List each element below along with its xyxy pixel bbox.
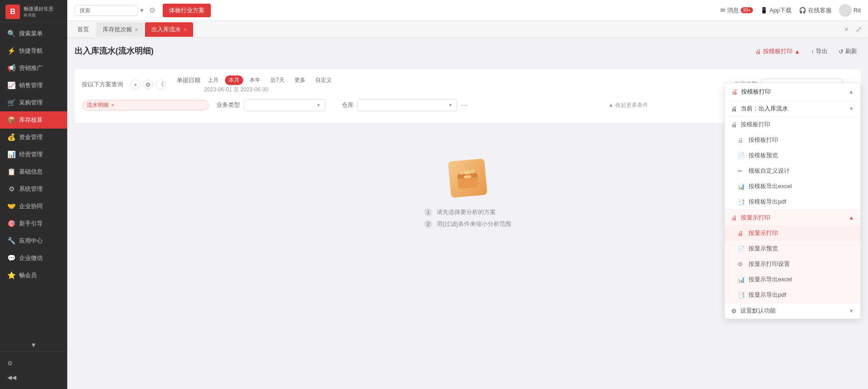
user-avatar-area[interactable]: Rit	[839, 4, 861, 17]
date-this-month[interactable]: 本月	[225, 75, 243, 85]
dropdown-current-section: 🖨 当前：出入库流水 ▼	[725, 101, 860, 117]
quicknav-label: 快捷导航	[19, 47, 43, 55]
dropdown-current-header: 🖨 当前：出入库流水 ▼	[725, 101, 860, 116]
tab-flow[interactable]: 出入库流水 ×	[145, 22, 193, 37]
marketing-icon: 📢	[7, 64, 15, 72]
sidebar-item-system[interactable]: ⚙系统管理	[0, 180, 67, 198]
warehouse-label: 仓库	[342, 101, 354, 109]
sidebar-item-basics[interactable]: 📋基础信息	[0, 163, 67, 180]
sidebar-item-operations[interactable]: 📊经营管理	[0, 146, 67, 163]
template-design-icon: ✏	[738, 168, 745, 175]
app-download-button[interactable]: 📱 App下载	[760, 6, 792, 15]
footer-label: 设置默认功能	[740, 307, 776, 315]
tab-flow-close[interactable]: ×	[184, 27, 186, 32]
wechat-icon: 💬	[7, 254, 15, 262]
sidebar-item-sales[interactable]: 📈销售管理	[0, 77, 67, 94]
sidebar-bottom: ⚙ ◀◀	[0, 351, 67, 389]
date-options: 上月 本月 本年 近7天 更多 自定义	[204, 75, 335, 85]
refresh-label: 刷新	[845, 47, 857, 55]
flow-tag-close[interactable]: ×	[111, 103, 114, 108]
purchase-icon: 🛒	[7, 99, 15, 107]
appcenter-icon: 🔧	[7, 237, 15, 245]
display-settings-item[interactable]: ⚙ 按显示打印设置	[725, 256, 860, 272]
tab-home-label: 首页	[77, 25, 89, 34]
template-excel-icon: 📊	[738, 183, 745, 190]
trial-button[interactable]: 体验行业方案	[163, 4, 211, 17]
window-expand-btn[interactable]: ⤢	[853, 24, 864, 35]
display-pdf-item[interactable]: 📑 按显示导出pdf	[725, 287, 860, 303]
export-label: 导出	[816, 47, 828, 55]
template-preview-icon: 📄	[738, 152, 745, 159]
biz-type-section: 业务类型	[216, 99, 325, 111]
message-badge: 99+	[741, 7, 753, 13]
date-range: 2023-06-01 至 2023-06-30	[204, 86, 335, 94]
sidebar-item-search[interactable]: 🔍搜索菜单	[0, 25, 67, 42]
sidebar-scroll-down[interactable]: ▼	[0, 339, 67, 351]
warehouse-more-btn[interactable]: ···	[461, 100, 468, 110]
refresh-btn[interactable]: ↺ 刷新	[835, 45, 861, 57]
date-more[interactable]: 更多	[291, 75, 309, 85]
export-btn[interactable]: ↑ 导出	[808, 45, 832, 57]
content: 首页 库存批次账 × 出入库流水 × × ⤢ 出入库流水(流水明细) 🖨	[67, 21, 868, 389]
sidebar-item-guide[interactable]: 🎯新手引导	[0, 215, 67, 232]
dropdown-collapse-btn[interactable]: ▲	[848, 89, 854, 95]
date-last-month[interactable]: 上月	[204, 75, 222, 85]
sidebar-item-quicknav[interactable]: ⚡快捷导航	[0, 42, 67, 60]
sidebar-item-wechat[interactable]: 💬企业微信	[0, 249, 67, 267]
collapse-more-btn[interactable]: ▲ 收起更多条件	[605, 100, 652, 111]
logo-icon: B	[5, 5, 20, 19]
step-2-label: 用[过滤]条件来缩小分析范围	[437, 220, 511, 228]
sidebar-item-marketing[interactable]: 📢营销推广	[0, 60, 67, 77]
topbar-gear-icon[interactable]: ▾	[140, 6, 144, 15]
display-excel-icon: 📊	[738, 276, 745, 283]
dropdown-footer[interactable]: ⚙ 设置默认功能 ▼	[725, 303, 860, 319]
sidebar-item-collab[interactable]: 🤝企业协同	[0, 198, 67, 215]
warehouse-select[interactable]	[357, 99, 457, 111]
sidebar-item-purchase[interactable]: 🛒采购管理	[0, 94, 67, 111]
display-print-item[interactable]: 🖨 按显示打印	[725, 225, 860, 241]
sidebar-item-appcenter[interactable]: 🔧应用中心	[0, 232, 67, 249]
date-last7days[interactable]: 近7天	[267, 75, 288, 85]
box-svg	[453, 163, 482, 193]
window-close-btn[interactable]: ×	[842, 25, 851, 35]
template-excel-item[interactable]: 📊 按模板导出excel	[725, 179, 860, 194]
dropdown-print-icon: 🖨	[731, 88, 738, 95]
sidebar-item-settings[interactable]: ⚙	[0, 356, 67, 370]
filter-collapse-btn[interactable]: 《	[156, 80, 166, 90]
footer-left: ⚙ 设置默认功能	[731, 307, 776, 315]
print-template-btn[interactable]: 🖨 按模板打印 ▲	[752, 45, 804, 57]
message-button[interactable]: ✉ 消息 99+	[720, 6, 753, 15]
scroll-down-icon[interactable]: ▼	[30, 341, 37, 349]
tab-flow-label: 出入库流水	[151, 25, 181, 34]
app-download-label: App下载	[769, 6, 792, 15]
sidebar-item-member[interactable]: ⭐畅会员	[0, 267, 67, 284]
template-print-item[interactable]: 🖨 按模板打印	[725, 132, 860, 148]
template-pdf-item[interactable]: 📑 按模板导出pdf	[725, 194, 860, 209]
collapse-icon: ◀◀	[7, 374, 16, 381]
marketing-label: 营销推广	[19, 64, 43, 72]
online-service-button[interactable]: 🎧 在线客服	[799, 6, 832, 15]
tab-home[interactable]: 首页	[71, 22, 95, 37]
display-excel-item[interactable]: 📊 按显示导出excel	[725, 272, 860, 287]
tab-batch[interactable]: 库存批次账 ×	[96, 22, 144, 37]
finance-label: 资金管理	[19, 133, 43, 141]
sidebar-item-inventory[interactable]: 📦库存核算	[0, 111, 67, 129]
filter-settings-btn[interactable]: ⚙	[143, 80, 153, 90]
search-input[interactable]	[75, 5, 138, 16]
topbar-settings-icon[interactable]: ⚙	[149, 6, 155, 15]
collapse-up-icon: ▲	[609, 102, 614, 108]
template-preview-item[interactable]: 📄 按模板预览	[725, 148, 860, 163]
current-label: 当前：出入库流水	[741, 105, 788, 113]
date-this-year[interactable]: 本年	[246, 75, 264, 85]
display-preview-item[interactable]: 📄 按显示预览	[725, 241, 860, 256]
sidebar-item-collapse[interactable]: ◀◀	[0, 370, 67, 384]
display-settings-icon: ⚙	[738, 261, 745, 268]
filter-add-btn[interactable]: +	[130, 80, 140, 90]
filter-actions: + ⚙ 《	[130, 80, 166, 90]
display-section-header: 🖨 按显示打印 ▲	[725, 210, 860, 225]
date-custom[interactable]: 自定义	[312, 75, 335, 85]
biz-type-select[interactable]	[244, 99, 325, 111]
sidebar-item-finance[interactable]: 💰资金管理	[0, 129, 67, 146]
tab-batch-close[interactable]: ×	[135, 27, 138, 32]
template-design-item[interactable]: ✏ 模板自定义设计	[725, 163, 860, 179]
